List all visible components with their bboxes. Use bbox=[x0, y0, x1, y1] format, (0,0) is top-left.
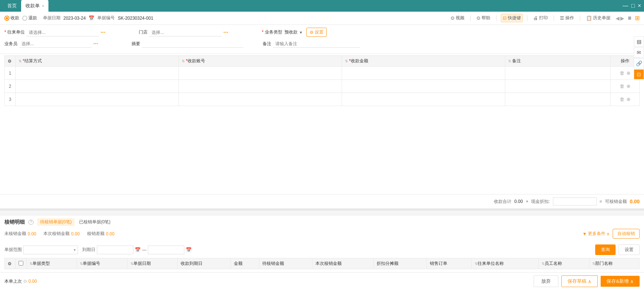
col-settings[interactable]: ⚙ bbox=[5, 56, 16, 67]
settlement-cell-2[interactable] bbox=[16, 80, 179, 93]
view-menu-icon[interactable]: ≡ bbox=[628, 15, 631, 21]
due-date-field: 到期日 2022-04-01 📅 — 2022-04-12 📅 bbox=[82, 246, 192, 254]
main-content: 收款 退款 单据日期 2023-03-24 📅 单据编号 SK-20230324… bbox=[0, 12, 644, 290]
video-btn[interactable]: ⊙ 视频 bbox=[449, 14, 466, 22]
print-icon: 🖨 bbox=[533, 15, 538, 21]
due-to-calendar-icon[interactable]: 📅 bbox=[186, 247, 192, 252]
receipt-table-section: ⚙ ⇅ *结算方式 ⇅ *收款账号 ⇅ *收款金额 ⇅ bbox=[0, 54, 644, 194]
bottom-col-amount: 金额 bbox=[231, 258, 259, 269]
filter-icon: ▼ bbox=[582, 231, 587, 236]
writeoff-settings-btn[interactable]: 设置 bbox=[619, 244, 640, 255]
remarks-cell-2[interactable] bbox=[505, 80, 610, 93]
store-input[interactable] bbox=[149, 28, 222, 36]
gear-icon: ⚙ bbox=[8, 59, 12, 64]
delete-row-3-icon[interactable]: 🗑 bbox=[620, 97, 624, 102]
remarks-label: 备注 bbox=[263, 41, 271, 47]
due-to-input[interactable]: 2022-04-12 bbox=[148, 246, 184, 254]
settings-button[interactable]: ⚙ 设置 bbox=[306, 28, 327, 37]
history-btn[interactable]: 📋 历史单据 bbox=[585, 14, 612, 22]
range-select-wrap: ▾ bbox=[23, 246, 78, 254]
save-draft-label: 保存草稿 bbox=[568, 278, 586, 285]
partner-field: * 往来单位 ··· bbox=[4, 28, 105, 36]
right-panel-btn-3[interactable]: 🔗 bbox=[634, 58, 644, 68]
due-from-calendar-icon[interactable]: 📅 bbox=[135, 247, 141, 252]
right-panel-btn-1[interactable]: ▤ bbox=[634, 36, 644, 47]
amount-cell-2[interactable] bbox=[342, 80, 505, 93]
copy-row-2-icon[interactable]: ⊕ bbox=[627, 83, 631, 89]
range-select[interactable] bbox=[23, 246, 78, 254]
more-conditions-btn[interactable]: ▼ 更多条件 ∧ bbox=[582, 231, 610, 237]
bottom-col-discount: 折扣分摊额 bbox=[374, 258, 427, 269]
more-conditions-label: 更多条件 bbox=[588, 231, 605, 237]
pending-tab[interactable]: 待核销单据(0笔) bbox=[37, 218, 75, 226]
maximize-btn[interactable]: □ bbox=[631, 3, 635, 9]
writeoff-info-icon[interactable]: ? bbox=[28, 220, 34, 225]
select-all-checkbox[interactable] bbox=[19, 261, 23, 266]
nav-prev[interactable]: ◀ bbox=[616, 15, 620, 21]
nav-next[interactable]: ▶ bbox=[620, 15, 624, 21]
close-btn[interactable]: × bbox=[638, 3, 641, 9]
action-btn[interactable]: ☰ 操作 bbox=[558, 14, 576, 22]
bottom-col-settings[interactable]: ⚙ bbox=[5, 258, 16, 269]
salesperson-more-btn[interactable]: ··· bbox=[93, 40, 98, 47]
auto-writeoff-btn[interactable]: 自动核销 bbox=[613, 229, 640, 239]
copy-row-3-icon[interactable]: ⊕ bbox=[627, 97, 631, 102]
info-icon-footer[interactable]: ⊙ bbox=[23, 279, 27, 284]
biz-type-label: * 业务类型 bbox=[262, 29, 282, 35]
save-draft-btn[interactable]: 保存草稿 ∧ bbox=[561, 275, 598, 287]
form-row-1: * 往来单位 ··· 门店 ··· * 业务类型 预收款 ▾ ⚙ 设置 bbox=[4, 28, 640, 37]
tab-close-icon[interactable]: × bbox=[42, 4, 44, 8]
minimize-btn[interactable]: — bbox=[623, 3, 628, 9]
remarks-input[interactable] bbox=[273, 40, 360, 48]
remarks-cell-3[interactable] bbox=[505, 93, 610, 106]
due-from-input[interactable]: 2022-04-01 bbox=[97, 246, 133, 254]
action-label: 操作 bbox=[565, 15, 574, 21]
radio-receipt[interactable]: 收款 bbox=[4, 15, 19, 21]
settlement-cell-1[interactable] bbox=[16, 67, 179, 80]
right-panel-btn-4[interactable]: ⊡ bbox=[634, 69, 644, 79]
radio-return[interactable]: 退款 bbox=[22, 15, 37, 21]
panel-icon-3: 🔗 bbox=[636, 60, 642, 66]
print-btn[interactable]: 🖨 打印 bbox=[532, 14, 549, 22]
delete-row-2-icon[interactable]: 🗑 bbox=[620, 83, 624, 89]
salesperson-label: 业务员 bbox=[4, 41, 17, 47]
biz-type-dropdown-icon[interactable]: ▾ bbox=[300, 30, 302, 35]
store-more-btn[interactable]: ··· bbox=[223, 29, 228, 36]
account-cell-2[interactable] bbox=[178, 80, 342, 93]
bottom-col-employee: ⇅员工名称 bbox=[539, 258, 589, 269]
delete-row-1-icon[interactable]: 🗑 bbox=[620, 70, 624, 76]
summary-input[interactable] bbox=[142, 40, 244, 48]
bottom-col-doc-type: ⇅单据类型 bbox=[27, 258, 77, 269]
receipt-table: ⚙ ⇅ *结算方式 ⇅ *收款账号 ⇅ *收款金额 ⇅ bbox=[4, 55, 640, 106]
current-tab-label: 收款单 bbox=[25, 3, 40, 9]
right-panel-btn-2[interactable]: ✉ bbox=[634, 47, 644, 58]
help-label: 帮助 bbox=[482, 15, 490, 21]
settings-label: 设置 bbox=[315, 29, 323, 35]
discard-btn[interactable]: 放弃 bbox=[534, 275, 558, 287]
partner-input[interactable] bbox=[26, 28, 99, 36]
calendar-icon[interactable]: 📅 bbox=[89, 15, 94, 21]
salesperson-input[interactable] bbox=[19, 40, 92, 48]
save-new-btn[interactable]: 保存&新增 ∧ bbox=[601, 276, 640, 287]
account-cell-3[interactable] bbox=[178, 93, 342, 106]
bottom-col-checkbox[interactable] bbox=[16, 258, 27, 269]
shortcut-btn[interactable]: ⊟ 快捷键 bbox=[501, 14, 523, 22]
net-value: 0.00 bbox=[630, 199, 640, 204]
summary-row: 收款合计 0.00 + 现金折扣: = 可核销金额 0.00 bbox=[0, 194, 644, 208]
amount-cell-3[interactable] bbox=[342, 93, 505, 106]
tab-current[interactable]: 收款单 × bbox=[21, 0, 48, 12]
remarks-cell-1[interactable] bbox=[505, 67, 610, 80]
tab-home[interactable]: 首页 bbox=[3, 0, 21, 12]
done-tab[interactable]: 已核销单据(0笔) bbox=[76, 218, 114, 226]
copy-row-1-icon[interactable]: ⊕ bbox=[627, 70, 631, 76]
discount-input[interactable] bbox=[553, 197, 597, 205]
settlement-cell-3[interactable] bbox=[16, 93, 179, 106]
amount-cell-1[interactable] bbox=[342, 67, 505, 80]
form-row-2: 业务员 ··· 摘要 备注 bbox=[4, 40, 640, 48]
partner-more-btn[interactable]: ··· bbox=[101, 29, 105, 36]
help-btn[interactable]: ⊙ 帮助 bbox=[475, 14, 492, 22]
query-btn[interactable]: 查询 bbox=[595, 244, 616, 255]
current-writeoff-stat: 本次核销金额 0.00 bbox=[43, 231, 79, 237]
grid-icon[interactable]: ⊞ bbox=[635, 15, 640, 21]
account-cell-1[interactable] bbox=[178, 67, 342, 80]
